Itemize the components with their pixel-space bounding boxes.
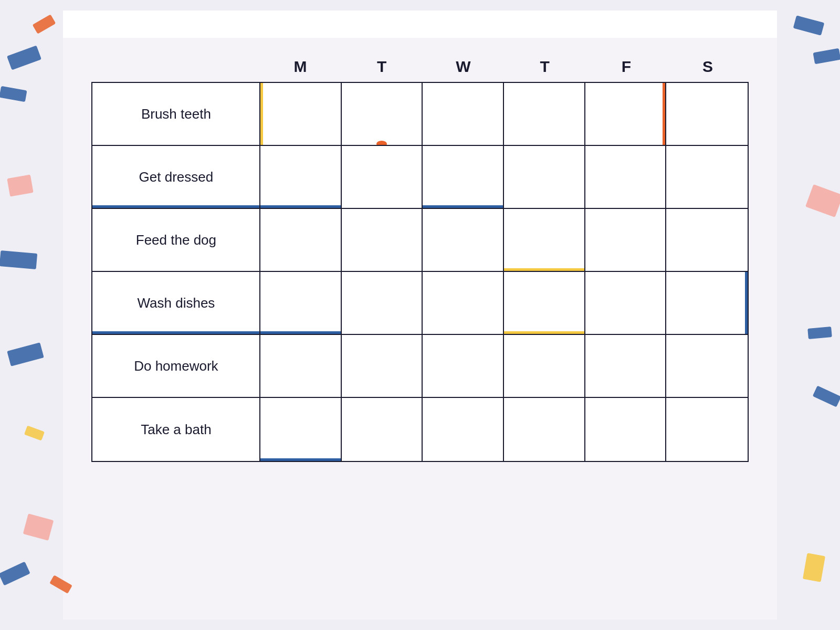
check-cell[interactable]	[666, 209, 748, 271]
header-day-4: F	[585, 54, 667, 80]
decoration-shape	[7, 46, 41, 70]
check-cell[interactable]	[342, 272, 423, 334]
chore-label-cell: Feed the dog	[92, 209, 260, 271]
decoration-shape	[7, 342, 44, 366]
check-cell[interactable]	[423, 272, 504, 334]
check-cell[interactable]	[585, 146, 667, 208]
chore-label: Do homework	[134, 358, 218, 374]
check-cell[interactable]	[585, 398, 667, 461]
header-chores	[91, 54, 259, 80]
check-cell[interactable]	[423, 209, 504, 271]
header-day-0: M	[259, 54, 341, 80]
decoration-shape	[793, 15, 825, 35]
check-cell[interactable]	[504, 272, 585, 334]
chore-label: Feed the dog	[136, 232, 216, 248]
chart-row: Take a bath	[92, 398, 747, 461]
chore-label-cell: Do homework	[92, 335, 260, 397]
chore-label: Get dressed	[139, 169, 214, 185]
chart-container: M T W T F S Brush teethGet dressedFeed t…	[91, 54, 748, 462]
check-cell[interactable]	[504, 83, 585, 145]
check-cell[interactable]	[666, 146, 748, 208]
header-day-2: W	[423, 54, 504, 80]
chore-label: Brush teeth	[141, 106, 211, 122]
check-cell[interactable]	[260, 398, 342, 461]
decoration-shape	[0, 250, 37, 269]
check-cell[interactable]	[423, 335, 504, 397]
check-cell[interactable]	[504, 209, 585, 271]
check-cell[interactable]	[504, 398, 585, 461]
chore-label: Take a bath	[141, 422, 211, 438]
check-cell[interactable]	[260, 146, 342, 208]
check-cell[interactable]	[666, 272, 748, 334]
decoration-shape	[805, 184, 840, 217]
check-cell[interactable]	[666, 398, 748, 461]
check-cell[interactable]	[585, 83, 667, 145]
header-day-3: T	[504, 54, 585, 80]
check-cell[interactable]	[260, 83, 342, 145]
page: M T W T F S Brush teethGet dressedFeed t…	[63, 10, 777, 620]
check-cell[interactable]	[342, 83, 423, 145]
check-cell[interactable]	[342, 146, 423, 208]
chore-label-cell: Get dressed	[92, 146, 260, 208]
check-cell[interactable]	[504, 335, 585, 397]
chart-row: Get dressed	[92, 146, 747, 209]
check-cell[interactable]	[585, 272, 667, 334]
decoration-shape	[23, 513, 54, 541]
chart-row: Brush teeth	[92, 83, 747, 146]
decoration-shape	[813, 385, 840, 407]
chore-label-cell: Wash dishes	[92, 272, 260, 334]
check-cell[interactable]	[260, 335, 342, 397]
decoration-shape	[24, 426, 45, 441]
chart-row: Wash dishes	[92, 272, 747, 335]
check-cell[interactable]	[585, 335, 667, 397]
check-cell[interactable]	[260, 272, 342, 334]
chore-label-cell: Take a bath	[92, 398, 260, 461]
chart-row: Feed the dog	[92, 209, 747, 272]
check-cell[interactable]	[423, 398, 504, 461]
chart-grid: Brush teethGet dressedFeed the dogWash d…	[91, 82, 748, 462]
chart-row: Do homework	[92, 335, 747, 398]
header-day-5: S	[667, 54, 748, 80]
check-cell[interactable]	[666, 83, 748, 145]
check-cell[interactable]	[342, 335, 423, 397]
check-cell[interactable]	[260, 209, 342, 271]
check-cell[interactable]	[585, 209, 667, 271]
decoration-shape	[803, 553, 825, 582]
decoration-shape	[0, 562, 30, 586]
decoration-shape	[33, 14, 56, 34]
check-cell[interactable]	[666, 335, 748, 397]
chore-label: Wash dishes	[137, 295, 215, 311]
decoration-shape	[807, 327, 832, 339]
decoration-shape	[7, 174, 33, 196]
decoration-shape	[813, 48, 840, 64]
chart-header: M T W T F S	[91, 54, 748, 80]
chore-label-cell: Brush teeth	[92, 83, 260, 145]
check-cell[interactable]	[423, 83, 504, 145]
check-cell[interactable]	[504, 146, 585, 208]
check-cell[interactable]	[423, 146, 504, 208]
check-cell[interactable]	[342, 398, 423, 461]
header-day-1: T	[341, 54, 423, 80]
title-banner	[63, 10, 777, 38]
decoration-shape	[0, 86, 27, 102]
check-cell[interactable]	[342, 209, 423, 271]
